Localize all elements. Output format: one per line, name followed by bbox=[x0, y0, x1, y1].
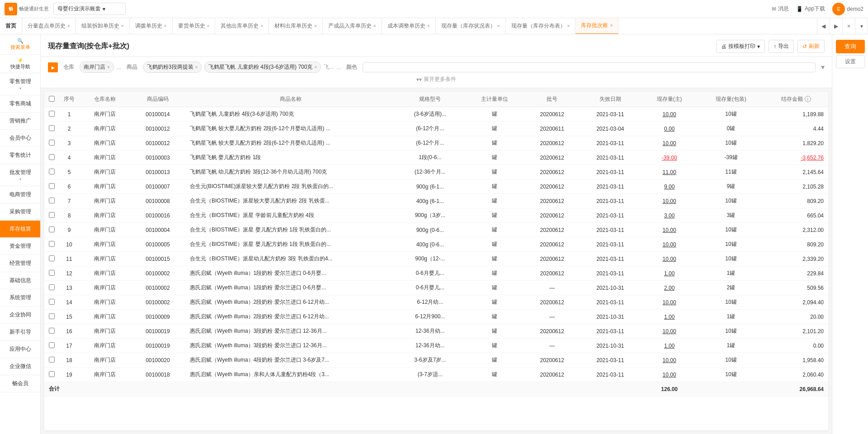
sidebar-quick-nav[interactable]: ⚡ 快捷导航 bbox=[0, 55, 40, 73]
expand-col-button[interactable]: ▸ bbox=[48, 62, 58, 72]
setting-button[interactable]: 设置 bbox=[836, 55, 865, 68]
row-qty-main[interactable]: 10.00 bbox=[641, 252, 698, 266]
row-qty-main[interactable]: 1.00 bbox=[641, 266, 698, 281]
tab-split-inventory[interactable]: 分量盘点单历史 × bbox=[22, 18, 76, 34]
tab-material-out[interactable]: 材料出库单历史 × bbox=[269, 18, 323, 34]
row-checkbox[interactable] bbox=[44, 295, 59, 310]
user-menu[interactable]: E demo2 bbox=[832, 3, 863, 15]
row-qty-main[interactable]: 10.00 bbox=[641, 237, 698, 252]
row-checkbox[interactable] bbox=[44, 368, 59, 382]
select-all-checkbox[interactable] bbox=[49, 96, 55, 102]
sidebar-item-purchase[interactable]: 采购管理 bbox=[0, 203, 40, 221]
app-download-button[interactable]: 📱 App下载 bbox=[796, 5, 825, 13]
tab-mix[interactable]: 调拨单历史 × bbox=[130, 18, 173, 34]
sidebar-item-member-card[interactable]: 畅会员 bbox=[0, 375, 40, 392]
product-filter-more[interactable]: 飞... bbox=[324, 63, 334, 71]
message-button[interactable]: ✉ 消息 bbox=[772, 5, 789, 13]
remove-product-tag-1-button[interactable]: × bbox=[195, 65, 198, 70]
row-checkbox[interactable] bbox=[44, 223, 59, 237]
tab-other-out[interactable]: 其他出库单历史 × bbox=[215, 18, 269, 34]
row-qty-main[interactable]: 10.00 bbox=[641, 295, 698, 310]
close-icon[interactable]: × bbox=[427, 24, 430, 28]
close-icon[interactable]: × bbox=[314, 24, 317, 28]
row-qty-main[interactable]: 1.00 bbox=[641, 339, 698, 353]
tab-requisition[interactable]: 要货单历史 × bbox=[173, 18, 216, 34]
close-icon[interactable]: × bbox=[121, 24, 124, 28]
warehouse-filter-more[interactable]: ... bbox=[117, 64, 121, 71]
sidebar-item-retail-shop[interactable]: 零售商城 bbox=[0, 95, 40, 113]
close-icon[interactable]: × bbox=[497, 24, 500, 28]
query-button[interactable]: 查询 bbox=[836, 40, 865, 53]
sidebar-item-enterprise[interactable]: 企业协同 bbox=[0, 307, 40, 324]
row-checkbox[interactable] bbox=[44, 136, 59, 151]
sidebar-item-ops[interactable]: 经营管理 bbox=[0, 255, 40, 272]
print-button[interactable]: 🖨 按模板打印 ▾ bbox=[716, 40, 765, 53]
sidebar-item-marketing[interactable]: 营销推广 bbox=[0, 113, 40, 130]
row-checkbox[interactable] bbox=[44, 122, 59, 136]
row-checkbox[interactable] bbox=[44, 194, 59, 208]
row-qty-main[interactable]: 10.00 bbox=[641, 368, 698, 382]
tab-inventory-dist[interactable]: 现存量（库存分布表） × bbox=[506, 18, 576, 34]
sidebar-item-enterprise-wechat[interactable]: 企业微信 bbox=[0, 358, 40, 375]
row-checkbox[interactable] bbox=[44, 165, 59, 179]
close-icon[interactable]: × bbox=[260, 24, 263, 28]
sidebar-item-basic[interactable]: 基础信息 bbox=[0, 272, 40, 289]
expand-more-button[interactable]: ▾▾ 展开更多条件 bbox=[416, 75, 456, 83]
row-checkbox[interactable] bbox=[44, 151, 59, 165]
row-qty-main[interactable]: 10.00 bbox=[641, 194, 698, 208]
close-icon[interactable]: × bbox=[207, 24, 210, 28]
close-icon[interactable]: × bbox=[373, 24, 376, 28]
color-dropdown-chevron[interactable]: ▾ bbox=[821, 63, 825, 71]
close-icon[interactable]: × bbox=[567, 24, 570, 28]
row-qty-main[interactable]: 10.00 bbox=[641, 324, 698, 339]
close-icon[interactable]: × bbox=[610, 23, 613, 28]
tab-inventory-status[interactable]: 现存量（库存状况表） × bbox=[436, 18, 506, 34]
row-checkbox[interactable] bbox=[44, 252, 59, 266]
sidebar-search[interactable]: 🔍 搜索菜单 bbox=[0, 34, 40, 55]
sidebar-item-guide[interactable]: 新手引导 bbox=[0, 324, 40, 341]
sidebar-item-app-center[interactable]: 应用中心 bbox=[0, 341, 40, 358]
close-icon[interactable]: × bbox=[164, 24, 167, 28]
row-qty-main[interactable]: 2.00 bbox=[641, 281, 698, 295]
remove-warehouse-tag-button[interactable]: × bbox=[107, 65, 110, 70]
sidebar-item-inventory[interactable]: 库存核算 bbox=[0, 221, 40, 238]
row-checkbox[interactable] bbox=[44, 107, 59, 122]
row-checkbox[interactable] bbox=[44, 339, 59, 353]
row-checkbox[interactable] bbox=[44, 353, 59, 368]
row-checkbox[interactable] bbox=[44, 266, 59, 281]
tab-home[interactable]: 首页 bbox=[0, 18, 22, 34]
row-checkbox[interactable] bbox=[44, 310, 59, 324]
sidebar-item-ecommerce[interactable]: 电商管理 bbox=[0, 186, 40, 203]
close-icon[interactable]: × bbox=[67, 24, 70, 28]
tab-prev-button[interactable]: ◀ bbox=[817, 18, 830, 34]
sidebar-item-system[interactable]: 系统管理 bbox=[0, 289, 40, 307]
industry-selector[interactable]: 母婴行业演示账套 ▾ bbox=[53, 3, 126, 15]
sidebar-item-finance[interactable]: 资金管理 bbox=[0, 238, 40, 255]
balance-info-icon[interactable]: i bbox=[805, 96, 811, 102]
sidebar-item-retail-stat[interactable]: 零售统计 bbox=[0, 147, 40, 164]
row-qty-main[interactable]: 9.00 bbox=[641, 179, 698, 194]
row-checkbox[interactable] bbox=[44, 237, 59, 252]
refresh-button[interactable]: ↺ 刷新 bbox=[797, 40, 825, 53]
color-input[interactable] bbox=[367, 64, 811, 71]
remove-product-tag-2-button[interactable]: × bbox=[314, 65, 317, 70]
row-checkbox[interactable] bbox=[44, 324, 59, 339]
row-checkbox[interactable] bbox=[44, 208, 59, 223]
product-filter-ellipsis[interactable]: ... bbox=[336, 64, 341, 71]
row-qty-main[interactable]: 10.00 bbox=[641, 353, 698, 368]
export-button[interactable]: ↑ 导出 bbox=[769, 40, 794, 53]
row-checkbox[interactable] bbox=[44, 179, 59, 194]
tab-close-all-button[interactable]: × bbox=[843, 18, 855, 34]
row-qty-main[interactable]: 11.00 bbox=[641, 165, 698, 179]
tab-disassembly[interactable]: 组装拆卸单历史 × bbox=[76, 18, 130, 34]
row-qty-main[interactable]: -39.00 bbox=[641, 151, 698, 165]
sidebar-item-member[interactable]: 会员中心 bbox=[0, 130, 40, 147]
sidebar-item-retail[interactable]: 零售管理 ▾ bbox=[0, 73, 40, 95]
row-qty-main[interactable]: 10.00 bbox=[641, 136, 698, 151]
row-qty-main[interactable]: 0.00 bbox=[641, 122, 698, 136]
row-qty-main[interactable]: 3.00 bbox=[641, 208, 698, 223]
row-qty-main[interactable]: 1.00 bbox=[641, 310, 698, 324]
tab-product-in[interactable]: 产成品入库单历史 × bbox=[323, 18, 382, 34]
row-qty-main[interactable]: 10.00 bbox=[641, 223, 698, 237]
tab-cost-adjust[interactable]: 成本调整单历史 × bbox=[382, 18, 436, 34]
